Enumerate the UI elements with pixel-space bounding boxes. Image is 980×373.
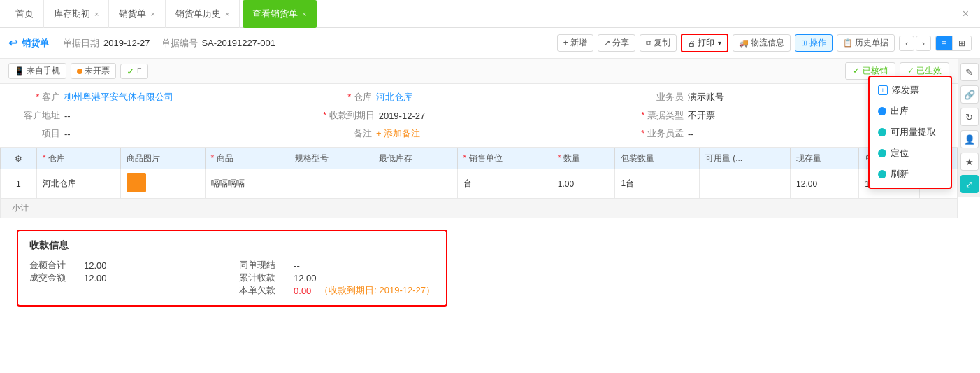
customer-label: 客户 bbox=[11, 91, 60, 104]
address-label: 客户地址 bbox=[11, 109, 60, 122]
check1-icon: ✓ bbox=[127, 66, 135, 77]
close-inventory-tab[interactable]: × bbox=[94, 10, 99, 18]
operation-dropdown: + 添发票 出库 可用量提取 定位 刷新 bbox=[868, 76, 952, 189]
cumulative-label: 累计收款 bbox=[239, 272, 288, 284]
total-value: 12.00 bbox=[84, 260, 107, 271]
date-value: 2019-12-27 bbox=[103, 38, 150, 48]
add-invoice-item[interactable]: + 添发票 bbox=[870, 80, 951, 101]
tab-bar: 首页 库存期初 × 销货单 × 销货单历史 × 查看销货单 × × bbox=[0, 0, 980, 28]
print-dropdown-arrow[interactable]: ▾ bbox=[718, 39, 721, 47]
cumulative-value: 12.00 bbox=[294, 273, 317, 283]
copy-button[interactable]: ⧉ 复制 bbox=[640, 34, 677, 52]
person-button[interactable]: 👤 bbox=[960, 130, 979, 148]
col-product-img: 商品图片 bbox=[121, 148, 205, 169]
refresh-icon bbox=[878, 170, 886, 178]
close-history-tab[interactable]: × bbox=[225, 10, 229, 18]
tab-sales[interactable]: 销货单 × bbox=[109, 0, 165, 28]
new-button[interactable]: + 新增 bbox=[557, 34, 593, 52]
tab-inventory[interactable]: 库存期初 × bbox=[44, 0, 109, 28]
products-table: ⚙ 仓库 商品图片 商品 规格型号 最低库存 销售单位 数量 包装数量 可用量 … bbox=[0, 147, 958, 218]
tab-home[interactable]: 首页 bbox=[6, 0, 44, 28]
operation-button[interactable]: ⊞ 操作 bbox=[795, 34, 833, 52]
transaction-value: 12.00 bbox=[84, 273, 107, 283]
refresh-button[interactable]: ↻ bbox=[960, 108, 979, 126]
staff-value: 演示账号 bbox=[688, 91, 724, 104]
layout-toggle: ≡ ⊞ bbox=[935, 36, 972, 51]
col-quantity: 数量 bbox=[552, 148, 615, 169]
transaction-label: 成交金额 bbox=[29, 272, 78, 284]
logistics-button[interactable]: 🚚 物流信息 bbox=[733, 34, 791, 52]
sec-toolbar: 📱 来自手机 未开票 ✓ E ✓ 已核销 ✓ bbox=[0, 59, 958, 84]
close-window-button[interactable]: × bbox=[957, 8, 974, 20]
outbound-item[interactable]: 出库 bbox=[870, 101, 951, 122]
phone-icon: 📱 bbox=[15, 66, 24, 76]
sold-check-icon: ✓ bbox=[853, 66, 862, 76]
ticket-type-label: 票据类型 bbox=[635, 109, 684, 122]
customer-value[interactable]: 柳州粤港平安气体有限公司 bbox=[64, 91, 173, 104]
layout2-button[interactable]: ⊞ bbox=[953, 36, 971, 50]
staff2-value: -- bbox=[688, 129, 694, 139]
transaction-row: 成交金额 12.00 bbox=[29, 272, 225, 284]
staff2-label: 业务员孟 bbox=[635, 127, 684, 140]
row-quantity: 1.00 bbox=[552, 169, 615, 199]
toolbar-actions: + 新增 ↗ 分享 ⧉ 复制 🖨 打印 ▾ 🚚 物流信息 bbox=[557, 34, 972, 52]
row-spec bbox=[289, 169, 373, 199]
from-phone-button[interactable]: 📱 来自手机 bbox=[8, 63, 66, 79]
address-row: 客户地址 -- bbox=[11, 109, 323, 122]
close-sales-tab[interactable]: × bbox=[150, 10, 154, 18]
col-warehouse: 仓库 bbox=[36, 148, 120, 169]
print-button[interactable]: 🖨 打印 ▾ bbox=[681, 34, 728, 52]
link-button[interactable]: 🔗 bbox=[960, 85, 979, 104]
col-stock: 现存量 bbox=[791, 148, 859, 169]
warehouse-value[interactable]: 河北仓库 bbox=[376, 91, 412, 104]
locate-icon bbox=[878, 149, 886, 157]
next-button[interactable]: › bbox=[916, 36, 931, 51]
same-settlement-label: 同单现结 bbox=[239, 259, 288, 272]
tab-view-sales[interactable]: 查看销货单 × bbox=[243, 0, 317, 28]
available-qty-item[interactable]: 可用量提取 bbox=[870, 122, 951, 143]
col-unit: 销售单位 bbox=[457, 148, 552, 169]
expand-button[interactable]: ⤢ bbox=[960, 175, 979, 193]
locate-item[interactable]: 定位 bbox=[870, 143, 951, 164]
layout1-button[interactable]: ≡ bbox=[936, 36, 953, 50]
prev-button[interactable]: ‹ bbox=[899, 36, 914, 51]
check1-button[interactable]: ✓ E bbox=[120, 64, 148, 79]
refresh-item[interactable]: 刷新 bbox=[870, 164, 951, 185]
project-label: 项目 bbox=[11, 127, 60, 140]
ticket-type-value: 不开票 bbox=[688, 109, 715, 122]
outbound-icon bbox=[878, 107, 886, 115]
remark-row: 备注 + 添加备注 bbox=[323, 127, 635, 140]
due-date-label: 收款到期日 bbox=[323, 109, 375, 122]
remark-label: 备注 bbox=[323, 127, 372, 140]
tab-sales-history[interactable]: 销货单历史 × bbox=[166, 0, 240, 28]
col-setting[interactable]: ⚙ bbox=[1, 148, 37, 169]
share-icon: ↗ bbox=[604, 38, 610, 48]
row-seq: 1 bbox=[1, 169, 37, 199]
cumulative-row: 累计收款 12.00 bbox=[239, 272, 435, 284]
edit-button[interactable]: ✎ bbox=[960, 63, 979, 81]
total-row: 金额合计 12.00 bbox=[29, 259, 225, 272]
row-warehouse: 河北仓库 bbox=[36, 169, 120, 199]
subtotal-row: 小计 bbox=[1, 199, 958, 218]
payment-title: 收款信息 bbox=[29, 239, 435, 252]
col-available: 可用量 (... bbox=[699, 148, 790, 169]
not-open-button[interactable]: 未开票 bbox=[71, 63, 116, 79]
balance-label: 本单欠款 bbox=[239, 284, 288, 297]
payment-box: 收款信息 金额合计 12.00 成交金额 12.00 bbox=[17, 230, 447, 307]
due-note: （收款到期日: 2019-12-27） bbox=[319, 284, 435, 297]
subtotal-label: 小计 bbox=[1, 199, 958, 218]
project-row: 项目 -- bbox=[11, 127, 323, 140]
address-value: -- bbox=[64, 111, 71, 121]
operation-icon: ⊞ bbox=[801, 38, 807, 48]
close-view-sales-tab[interactable]: × bbox=[302, 10, 306, 18]
customer-row: 客户 柳州粤港平安气体有限公司 bbox=[11, 91, 323, 104]
remark-add-button[interactable]: + 添加备注 bbox=[376, 127, 420, 140]
row-unit: 台 bbox=[457, 169, 552, 199]
history-button[interactable]: 📋 历史单据 bbox=[837, 34, 895, 52]
content-body: 📱 来自手机 未开票 ✓ E ✓ 已核销 ✓ bbox=[0, 59, 980, 373]
number-value: SA-20191227-001 bbox=[202, 38, 276, 48]
share-button[interactable]: ↗ 分享 bbox=[598, 34, 635, 52]
form-area: 客户 柳州粤港平安气体有限公司 仓库 河北仓库 业务员 演示账号 客户地址 --… bbox=[0, 84, 958, 147]
star-button[interactable]: ★ bbox=[960, 153, 979, 171]
logistics-icon: 🚚 bbox=[739, 38, 749, 48]
